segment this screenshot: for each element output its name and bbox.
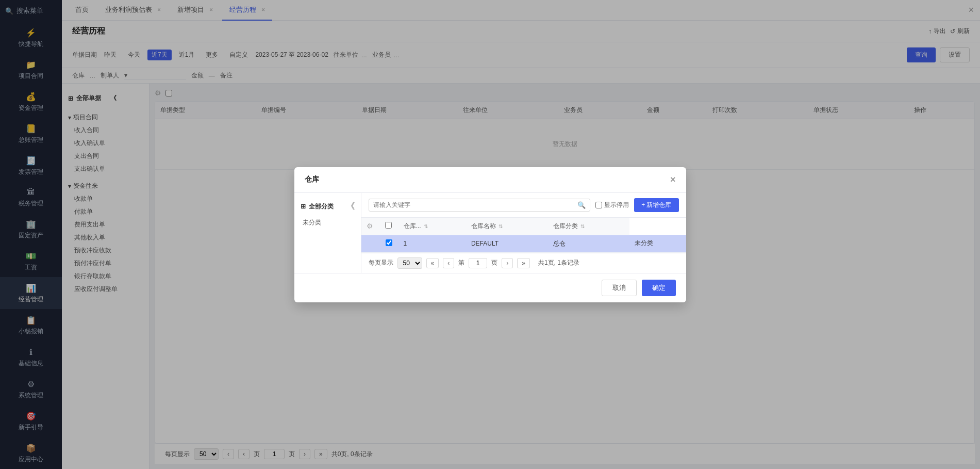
modal-prev-btn[interactable]: ‹ xyxy=(443,258,454,268)
col-checkbox xyxy=(380,218,398,235)
modal-table-area: ⚙ 仓库... ⇅ 仓库名称 xyxy=(361,218,686,253)
row-checkbox-cell xyxy=(380,235,398,252)
warehouse-modal: 仓库 × ⊞ 全部分类 《 未分类 🔍 xyxy=(294,167,686,302)
modal-body: ⊞ 全部分类 《 未分类 🔍 显示停用 xyxy=(294,193,686,273)
table-select-all[interactable] xyxy=(385,222,392,229)
col-warehouse-category: 仓库分类 ⇅ xyxy=(548,218,630,235)
col-warehouse-name: 仓库名称 ⇅ xyxy=(466,218,548,235)
modal-last-btn[interactable]: » xyxy=(517,258,530,268)
modal-search-input[interactable] xyxy=(373,201,575,208)
modal-ye-word: 页 xyxy=(491,258,497,267)
modal-bottom-btns: 取消 确定 xyxy=(294,273,686,302)
show-disabled-text: 显示停用 xyxy=(604,201,629,209)
modal-total-text: 共1页, 1条记录 xyxy=(538,258,579,267)
warehouse-table: ⚙ 仓库... ⇅ 仓库名称 xyxy=(361,218,686,253)
row-checkbox[interactable] xyxy=(386,239,392,246)
table-row[interactable]: 1 DEFAULT 总仓 未分类 xyxy=(361,235,686,252)
modal-next-btn[interactable]: › xyxy=(502,258,513,268)
modal-all-category[interactable]: ⊞ 全部分类 《 xyxy=(294,198,361,215)
modal-all-category-label: 全部分类 xyxy=(309,202,334,211)
row-gear-cell xyxy=(361,235,380,252)
sort-icon-name[interactable]: ⇅ xyxy=(499,223,503,229)
row-index: 1 xyxy=(398,235,466,252)
col-warehouse-code: 仓库... ⇅ xyxy=(398,218,466,235)
modal-search-icon: 🔍 xyxy=(577,201,586,209)
modal-close-btn[interactable]: × xyxy=(670,174,676,185)
modal-right-panel: 🔍 显示停用 + 新增仓库 ⚙ xyxy=(361,193,686,273)
modal-title: 仓库 xyxy=(305,175,319,184)
row-code: DEFAULT xyxy=(466,235,548,252)
modal-per-page-select[interactable]: 50 xyxy=(397,257,422,269)
modal-collapse-icon[interactable]: 《 xyxy=(346,201,355,212)
modal-first-btn[interactable]: « xyxy=(426,258,439,268)
sort-icon-code[interactable]: ⇅ xyxy=(424,223,428,229)
modal-per-page-label: 每页显示 xyxy=(369,258,393,267)
row-name: 总仓 xyxy=(548,235,630,252)
sort-icon-category[interactable]: ⇅ xyxy=(580,223,585,229)
col-gear: ⚙ xyxy=(361,218,380,235)
gear-col-icon[interactable]: ⚙ xyxy=(367,222,373,230)
modal-search-box: 🔍 xyxy=(369,199,591,212)
show-disabled-label[interactable]: 显示停用 xyxy=(595,201,629,209)
show-disabled-checkbox[interactable] xyxy=(595,202,602,208)
modal-confirm-btn[interactable]: 确定 xyxy=(642,280,676,296)
row-category: 未分类 xyxy=(629,235,686,252)
modal-overlay: 仓库 × ⊞ 全部分类 《 未分类 🔍 xyxy=(0,0,980,469)
modal-grid-icon: ⊞ xyxy=(301,203,306,210)
modal-toolbar: 🔍 显示停用 + 新增仓库 xyxy=(361,193,686,218)
modal-page-input[interactable] xyxy=(469,258,487,268)
modal-header: 仓库 × xyxy=(294,167,686,193)
modal-footer-bar: 每页显示 50 « ‹ 页 第 页 › » 共1页, 1条记录 xyxy=(361,253,686,273)
modal-left-panel: ⊞ 全部分类 《 未分类 xyxy=(294,193,361,273)
modal-di-word: 第 xyxy=(458,258,464,267)
modal-uncategorized[interactable]: 未分类 xyxy=(294,215,361,230)
add-warehouse-btn[interactable]: + 新增仓库 xyxy=(634,198,678,212)
modal-cancel-btn[interactable]: 取消 xyxy=(602,280,637,296)
